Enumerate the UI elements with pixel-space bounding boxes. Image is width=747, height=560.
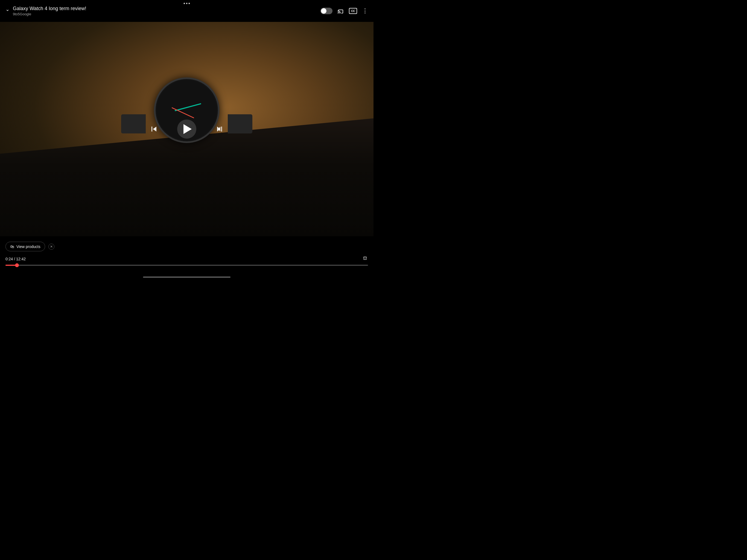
cc-icon[interactable]: CC xyxy=(349,8,357,14)
current-time: 0:24 xyxy=(5,257,13,261)
header-right: CC ⋮ xyxy=(320,7,368,15)
close-chip-button[interactable]: ✕ xyxy=(48,244,54,250)
play-button[interactable] xyxy=(177,120,196,138)
time-display: 0:24 / 12:42 xyxy=(5,257,26,261)
watch-band-right xyxy=(228,114,252,133)
progress-thumb xyxy=(15,263,19,267)
shopping-bag-icon: 🛍 xyxy=(10,244,14,249)
dot xyxy=(189,3,190,4)
title-block: Galaxy Watch 4 long term review! 9to5Goo… xyxy=(13,6,86,16)
view-products-label: View products xyxy=(17,245,41,249)
fullscreen-icon[interactable] xyxy=(362,255,368,262)
cast-icon[interactable] xyxy=(337,8,344,14)
more-options-icon[interactable]: ⋮ xyxy=(362,7,368,15)
skip-back-button[interactable] xyxy=(147,122,161,136)
video-title: Galaxy Watch 4 long term review! xyxy=(13,6,86,11)
total-time: 12:42 xyxy=(16,257,26,261)
skip-forward-button[interactable] xyxy=(213,122,226,136)
chevron-down-icon[interactable]: ⌄ xyxy=(5,6,9,12)
handle-bar xyxy=(143,276,231,278)
view-products-row: 🛍 View products ✕ xyxy=(5,242,368,251)
toggle-knob xyxy=(321,8,327,14)
header-left: ⌄ Galaxy Watch 4 long term review! 9to5G… xyxy=(5,6,86,16)
watch-band-left xyxy=(121,114,146,133)
pip-toggle[interactable] xyxy=(320,8,333,14)
dot xyxy=(184,3,185,4)
time-separator: / xyxy=(14,257,16,261)
header-center xyxy=(184,3,190,4)
progress-bar[interactable] xyxy=(5,265,368,266)
bottom-bar: 🛍 View products ✕ 0:24 / 12:42 xyxy=(0,236,374,280)
video-area[interactable] xyxy=(0,22,374,236)
playback-controls xyxy=(147,120,226,138)
video-background xyxy=(0,22,374,236)
time-row: 0:24 / 12:42 xyxy=(5,255,368,262)
channel-name: 9to5Google xyxy=(13,12,86,16)
dot xyxy=(186,3,187,4)
view-products-button[interactable]: 🛍 View products xyxy=(5,242,45,251)
watch-side-button xyxy=(218,101,220,109)
dots-menu-icon[interactable] xyxy=(184,3,190,4)
header-bar: ⌄ Galaxy Watch 4 long term review! 9to5G… xyxy=(0,0,374,22)
play-icon xyxy=(183,124,192,134)
watch-hand-teal xyxy=(175,103,201,111)
